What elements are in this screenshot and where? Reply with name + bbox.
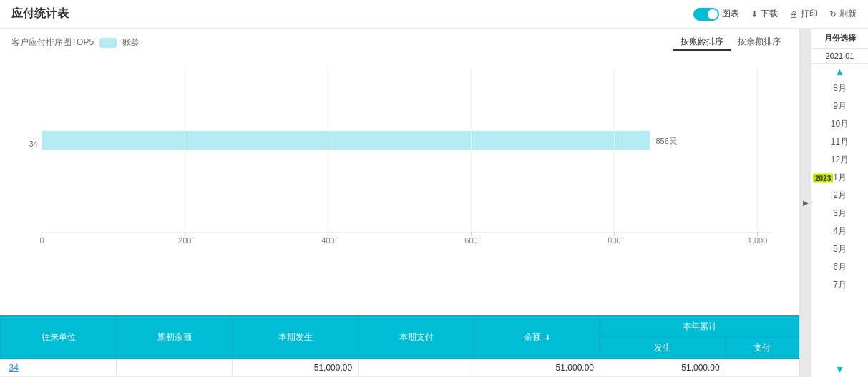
page-title: 应付统计表 [11,6,69,21]
th-ytd-pay: 支付 [726,338,799,359]
sidebar-scroll-area: ▲ 8月9月10月11月12月20231月2月3月4月5月6月7月 ▼ [811,64,868,377]
scroll-down-btn[interactable]: ▼ [811,361,868,377]
header-actions: 图表 ⬇ 下载 🖨 打印 ↻ 刷新 [693,8,857,21]
month-item[interactable]: 5月 [811,240,868,258]
chevron-down-icon: ▼ [835,363,845,375]
refresh-label: 刷新 [839,8,857,20]
scroll-up-btn[interactable]: ▲ [811,64,868,79]
month-item[interactable]: 12月 [811,151,868,169]
th-unit: 往来单位 [1,316,117,359]
sidebar-current-month[interactable]: 2021.01 [811,49,868,64]
month-item[interactable]: 7月 [811,276,868,294]
month-list: 8月9月10月11月12月20231月2月3月4月5月6月7月 [811,79,868,361]
download-icon: ⬇ [751,9,758,19]
chevron-up-icon: ▲ [835,66,845,77]
x-tick-800: 800 [608,236,620,245]
month-item[interactable]: 2月 [811,187,868,205]
print-button[interactable]: 🖨 打印 [789,8,818,20]
chart-area: 客户应付排序图TOP5 账龄 按账龄排序 按余额排序 34 856天 [0,29,799,377]
month-item[interactable]: 4月 [811,222,868,240]
cell-opening [117,359,233,377]
month-item[interactable]: 6月 [811,258,868,276]
download-label: 下载 [761,8,778,20]
sort-by-balance-btn[interactable]: 按账龄排序 [673,34,731,51]
year-label: 2023 [813,173,833,182]
legend-color-box [99,38,117,48]
th-ytd-occur: 发生 [600,338,726,359]
month-item[interactable]: 11月 [811,133,868,151]
chart-toggle[interactable] [693,8,719,21]
data-table: 往来单位 期初余额 本期发生 本期支付 余额 ⬇ 本年累计 发生 [0,315,799,377]
th-balance: 余额 ⬇ [474,316,600,359]
cell-current-occur: 51,000.00 [233,359,359,377]
print-icon: 🖨 [789,9,798,19]
month-item[interactable]: 20231月 [811,169,868,187]
y-axis-label: 34 [29,139,37,148]
print-label: 打印 [801,8,818,20]
expand-icon: ▶ [803,199,809,207]
legend-color-label: 账龄 [122,36,140,49]
x-tick-400: 400 [321,236,334,245]
app-container: 应付统计表 图表 ⬇ 下载 🖨 打印 ↻ 刷新 [0,0,868,377]
month-item[interactable]: 10月 [811,115,868,133]
refresh-button[interactable]: ↻ 刷新 [829,8,857,20]
bar-rect [42,131,650,150]
month-item[interactable]: 9月 [811,97,868,115]
month-item[interactable]: 3月 [811,205,868,222]
cell-ytd-pay [726,359,799,377]
th-current-occur: 本期发生 [233,316,359,359]
cell-current-pay [359,359,474,377]
th-opening: 期初余额 [117,316,233,359]
unit-link[interactable]: 34 [9,363,19,373]
chart-toggle-label: 图表 [722,8,739,20]
chart-svg-container: 34 856天 0 200 400 600 [0,54,799,315]
sidebar-expand-btn[interactable]: ▶ [799,29,811,377]
table-area: 往来单位 期初余额 本期发生 本期支付 余额 ⬇ 本年累计 发生 [0,315,799,377]
chart-sort-buttons: 按账龄排序 按余额排序 [673,34,788,51]
cell-ytd-occur: 51,000.00 [600,359,726,377]
x-tick-200: 200 [178,236,191,245]
cell-balance: 51,000.00 [474,359,600,377]
chart-legend: 客户应付排序图TOP5 账龄 [11,36,140,49]
x-tick-0: 0 [39,236,44,245]
header-bar: 应付统计表 图表 ⬇ 下载 🖨 打印 ↻ 刷新 [0,0,868,29]
x-tick-600: 600 [464,236,477,245]
bar-chart: 34 856天 0 200 400 600 [11,54,788,261]
th-ytd: 本年累计 [600,316,799,338]
main-content: 客户应付排序图TOP5 账龄 按账龄排序 按余额排序 34 856天 [0,29,868,377]
chart-header: 客户应付排序图TOP5 账龄 按账龄排序 按余额排序 [0,29,799,54]
month-item[interactable]: 8月 [811,79,868,97]
legend-label: 客户应付排序图TOP5 [11,36,94,49]
chart-toggle-group[interactable]: 图表 [693,8,739,21]
sort-by-amount-btn[interactable]: 按余额排序 [731,34,788,51]
table-row: 34 51,000.00 51,000.00 51,000.00 [1,359,799,377]
sidebar-header-label: 月份选择 [811,29,868,49]
download-button[interactable]: ⬇ 下载 [751,8,778,20]
th-current-pay: 本期支付 [359,316,474,359]
bar-value-label: 856天 [656,137,677,145]
refresh-icon: ↻ [829,9,837,19]
balance-icon: ⬇ [545,333,550,341]
x-tick-1000: 1,000 [748,236,768,245]
cell-unit: 34 [1,359,117,377]
right-sidebar: 月份选择 2021.01 ▲ 8月9月10月11月12月20231月2月3月4月… [811,29,868,377]
